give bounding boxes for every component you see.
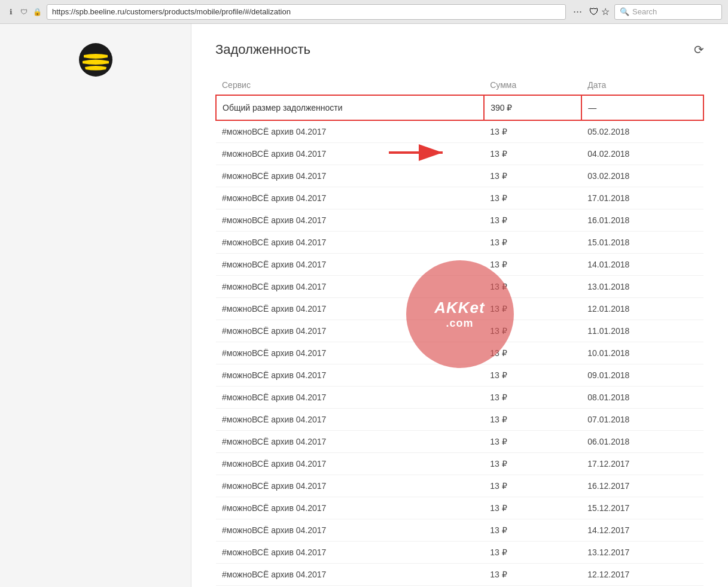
row-date: 15.12.2017 <box>581 497 703 519</box>
shield-icon: 🛡 <box>19 7 29 17</box>
row-service: #можноВСЁ архив 04.2017 <box>216 143 484 165</box>
row-date: 08.01.2018 <box>581 387 703 409</box>
row-amount: 13 ₽ <box>484 120 581 143</box>
lock-icon: 🔒 <box>32 7 42 17</box>
table-row: #можноВСЁ архив 04.201713 ₽13.01.2018 <box>216 276 703 298</box>
row-amount: 13 ₽ <box>484 453 581 475</box>
table-row: #можноВСЁ архив 04.201713 ₽14.12.2017 <box>216 519 703 542</box>
table-row: #можноВСЁ архив 04.201713 ₽17.01.2018 <box>216 187 703 209</box>
row-service: #можноВСЁ архив 04.2017 <box>216 519 484 542</box>
row-service: #можноВСЁ архив 04.2017 <box>216 497 484 519</box>
row-date: 13.01.2018 <box>581 276 703 298</box>
browser-chrome: ℹ 🛡 🔒 https://spb.beeline.ru/customers/p… <box>0 0 728 24</box>
col-header-date: Дата <box>581 75 703 95</box>
row-service: #можноВСЁ архив 04.2017 <box>216 564 484 586</box>
page-title: Задолженность <box>215 42 310 57</box>
table-row: #можноВСЁ архив 04.201713 ₽16.01.2018 <box>216 209 703 232</box>
url-text: https://spb.beeline.ru/customers/product… <box>52 7 291 16</box>
row-service: #можноВСЁ архив 04.2017 <box>216 387 484 409</box>
row-amount: 13 ₽ <box>484 143 581 165</box>
row-service: #можноВСЁ архив 04.2017 <box>216 209 484 232</box>
refresh-button[interactable]: ⟳ <box>694 42 704 57</box>
data-table: Сервис Сумма Дата Общий размер задолженн… <box>215 75 704 587</box>
summary-service: Общий размер задолженности <box>216 95 484 120</box>
row-date: 14.01.2018 <box>581 254 703 276</box>
row-amount: 13 ₽ <box>484 209 581 232</box>
row-date: 17.12.2017 <box>581 453 703 475</box>
row-date: 04.02.2018 <box>581 143 703 165</box>
table-row: #можноВСЁ архив 04.201713 ₽13.12.2017 <box>216 542 703 564</box>
row-amount: 13 ₽ <box>484 298 581 320</box>
table-row: #можноВСЁ архив 04.201713 ₽03.02.2018 <box>216 165 703 187</box>
row-date: 09.01.2018 <box>581 364 703 387</box>
search-icon: 🔍 <box>620 7 629 16</box>
row-amount: 13 ₽ <box>484 232 581 254</box>
row-date: 03.02.2018 <box>581 165 703 187</box>
search-placeholder: Search <box>632 7 657 16</box>
table-row: #можноВСЁ архив 04.201713 ₽15.01.2018 <box>216 232 703 254</box>
row-amount: 13 ₽ <box>484 542 581 564</box>
row-service: #можноВСЁ архив 04.2017 <box>216 409 484 431</box>
col-header-amount: Сумма <box>484 75 581 95</box>
row-service: #можноВСЁ архив 04.2017 <box>216 364 484 387</box>
table-row: #можноВСЁ архив 04.201713 ₽09.01.2018 <box>216 364 703 387</box>
row-service: #можноВСЁ архив 04.2017 <box>216 232 484 254</box>
row-service: #можноВСЁ архив 04.2017 <box>216 453 484 475</box>
beeline-logo <box>78 42 114 78</box>
star-icon[interactable]: ☆ <box>601 6 610 17</box>
row-amount: 13 ₽ <box>484 342 581 364</box>
main-content: AKKet .com Задолженность ⟳ Сервис Сумма … <box>191 24 728 587</box>
row-amount: 13 ₽ <box>484 519 581 542</box>
row-service: #можноВСЁ архив 04.2017 <box>216 431 484 453</box>
table-row: #можноВСЁ архив 04.201713 ₽05.02.2018 <box>216 120 703 143</box>
row-amount: 13 ₽ <box>484 564 581 586</box>
row-date: 15.01.2018 <box>581 232 703 254</box>
table-row: #можноВСЁ архив 04.201713 ₽12.12.2017 <box>216 564 703 586</box>
browser-controls: ℹ 🛡 🔒 <box>6 7 42 17</box>
row-date: 10.01.2018 <box>581 342 703 364</box>
row-date: 05.02.2018 <box>581 120 703 143</box>
table-row: #можноВСЁ архив 04.201713 ₽07.01.2018 <box>216 409 703 431</box>
row-service: #можноВСЁ архив 04.2017 <box>216 276 484 298</box>
sidebar <box>0 24 191 587</box>
table-row: #можноВСЁ архив 04.201713 ₽12.01.2018 <box>216 298 703 320</box>
row-service: #можноВСЁ архив 04.2017 <box>216 475 484 497</box>
table-row: #можноВСЁ архив 04.201713 ₽16.12.2017 <box>216 475 703 497</box>
search-bar[interactable]: 🔍 Search <box>614 4 722 20</box>
row-date: 06.01.2018 <box>581 431 703 453</box>
page-header: Задолженность ⟳ <box>215 42 704 57</box>
row-date: 16.01.2018 <box>581 209 703 232</box>
row-date: 11.01.2018 <box>581 320 703 342</box>
table-row: #можноВСЁ архив 04.201713 ₽10.01.2018 <box>216 342 703 364</box>
row-service: #можноВСЁ архив 04.2017 <box>216 187 484 209</box>
address-bar[interactable]: https://spb.beeline.ru/customers/product… <box>47 4 566 20</box>
row-date: 07.01.2018 <box>581 409 703 431</box>
bookmark-icons: 🛡 ☆ <box>589 6 610 17</box>
row-amount: 13 ₽ <box>484 276 581 298</box>
summary-amount: 390 ₽ <box>484 95 581 120</box>
row-amount: 13 ₽ <box>484 475 581 497</box>
row-amount: 13 ₽ <box>484 320 581 342</box>
table-row: #можноВСЁ архив 04.201713 ₽14.01.2018 <box>216 254 703 276</box>
summary-row: Общий размер задолженности 390 ₽ — <box>216 95 703 120</box>
menu-dots[interactable]: ··· <box>571 5 584 18</box>
info-icon: ℹ <box>6 7 16 17</box>
row-date: 14.12.2017 <box>581 519 703 542</box>
row-amount: 13 ₽ <box>484 254 581 276</box>
row-service: #можноВСЁ архив 04.2017 <box>216 254 484 276</box>
summary-date: — <box>581 95 703 120</box>
row-date: 16.12.2017 <box>581 475 703 497</box>
row-amount: 13 ₽ <box>484 165 581 187</box>
row-service: #можноВСЁ архив 04.2017 <box>216 542 484 564</box>
row-amount: 13 ₽ <box>484 431 581 453</box>
row-amount: 13 ₽ <box>484 387 581 409</box>
row-date: 12.12.2017 <box>581 564 703 586</box>
row-date: 13.12.2017 <box>581 542 703 564</box>
col-header-service: Сервис <box>216 75 484 95</box>
row-date: 17.01.2018 <box>581 187 703 209</box>
bookmark-icon[interactable]: 🛡 <box>589 7 599 17</box>
table-row: #можноВСЁ архив 04.201713 ₽15.12.2017 <box>216 497 703 519</box>
row-amount: 13 ₽ <box>484 497 581 519</box>
table-body: Общий размер задолженности 390 ₽ — #можн… <box>216 95 703 587</box>
table-row: #можноВСЁ архив 04.201713 ₽17.12.2017 <box>216 453 703 475</box>
